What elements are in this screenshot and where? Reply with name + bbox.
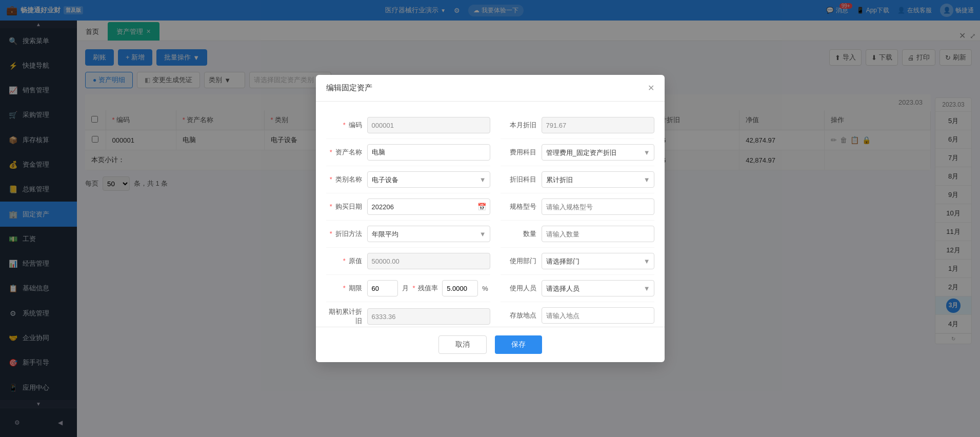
form-row-storage: 存放地点 (501, 302, 654, 327)
form-row-model: 规格型号 (501, 193, 654, 221)
form-left-col: * 编码 * 资产名称 (326, 112, 490, 327)
depr-method-select[interactable]: 年限平均 (367, 226, 490, 242)
code-label: * 编码 (326, 121, 367, 130)
dept-label: 使用部门 (501, 256, 542, 266)
original-value-input[interactable] (367, 253, 490, 269)
person-label: 使用人员 (501, 284, 542, 293)
residual-rate-label: * 残值率 (413, 284, 438, 293)
form-row-expense-subject: 费用科目 管理费用_固定资产折旧 ▼ (501, 139, 654, 166)
expense-subject-label: 费用科目 (501, 148, 542, 157)
quantity-label: 数量 (501, 229, 542, 239)
depr-subject-wrapper: 累计折旧 ▼ (542, 171, 654, 188)
category-label-form: * 类别名称 (326, 175, 367, 184)
buy-date-input[interactable] (367, 198, 490, 215)
form-row-quantity: 数量 (501, 221, 654, 248)
depr-method-select-wrapper: 年限平均 ▼ (367, 226, 490, 242)
form-row-period: * 期限 月 * 残值率 % (326, 275, 490, 302)
form-row-category: * 类别名称 电子设备 ▼ (326, 166, 490, 193)
modal-header: 编辑固定资产 ✕ (316, 75, 665, 102)
depr-subject-select[interactable]: 累计折旧 (542, 171, 654, 188)
form-row-person: 使用人员 请选择人员 ▼ (501, 275, 654, 302)
model-input[interactable] (542, 198, 654, 215)
asset-name-label: * 资产名称 (326, 148, 367, 157)
modal-title: 编辑固定资产 (326, 83, 648, 93)
cancel-btn[interactable]: 取消 (438, 335, 487, 354)
residual-unit-label: % (482, 285, 488, 292)
form-row-original-value: * 原值 (326, 248, 490, 275)
modal-footer: 取消 保存 (316, 327, 665, 362)
depr-subject-label: 折旧科目 (501, 175, 542, 184)
category-select-wrapper: 电子设备 ▼ (367, 171, 490, 188)
edit-modal: 编辑固定资产 ✕ * 编码 (316, 75, 665, 362)
monthly-depr-label: 本月折旧 (501, 121, 542, 130)
modal-body: * 编码 * 资产名称 (316, 102, 665, 327)
form-row-initial-depr: 期初累计折旧 (326, 302, 490, 327)
period-label: * 期限 (326, 284, 367, 293)
residual-rate-input[interactable] (442, 280, 478, 296)
initial-depr-input[interactable] (367, 308, 490, 325)
modal-close-btn[interactable]: ✕ (648, 83, 654, 93)
model-label: 规格型号 (501, 202, 542, 211)
expense-subject-wrapper: 管理费用_固定资产折旧 ▼ (542, 144, 654, 161)
period-unit-label: 月 (402, 284, 409, 293)
quantity-input[interactable] (542, 226, 654, 242)
expense-subject-select[interactable]: 管理费用_固定资产折旧 (542, 144, 654, 161)
person-select-wrapper: 请选择人员 ▼ (542, 280, 654, 296)
period-group: 月 * 残值率 % (367, 280, 490, 296)
dept-select-wrapper: 请选择部门 ▼ (542, 253, 654, 269)
depr-method-label: * 折旧方法 (326, 229, 367, 239)
code-input[interactable] (367, 117, 490, 133)
asset-name-input[interactable] (367, 144, 490, 161)
form-row-buy-date: * 购买日期 📅 (326, 193, 490, 221)
original-value-label: * 原值 (326, 256, 367, 266)
form-row-dept: 使用部门 请选择部门 ▼ (501, 248, 654, 275)
category-select[interactable]: 电子设备 (367, 171, 490, 188)
form-row-depr-subject: 折旧科目 累计折旧 ▼ (501, 166, 654, 193)
form-row-asset-name: * 资产名称 (326, 139, 490, 166)
form-right-col: 本月折旧 费用科目 管理费用_固定资产折旧 ▼ (490, 112, 654, 327)
buy-date-label: * 购买日期 (326, 202, 367, 211)
monthly-depr-input (542, 117, 654, 133)
calendar-icon[interactable]: 📅 (477, 203, 486, 211)
person-select[interactable]: 请选择人员 (542, 280, 654, 296)
form-grid: * 编码 * 资产名称 (326, 112, 654, 327)
form-row-code: * 编码 (326, 112, 490, 139)
form-row-depr-method: * 折旧方法 年限平均 ▼ (326, 221, 490, 248)
buy-date-wrapper: 📅 (367, 198, 490, 215)
storage-label: 存放地点 (501, 311, 542, 320)
period-input[interactable] (367, 280, 398, 296)
modal-overlay[interactable]: 编辑固定资产 ✕ * 编码 (0, 0, 980, 437)
initial-depr-label: 期初累计折旧 (326, 307, 367, 326)
storage-input[interactable] (542, 307, 654, 324)
save-btn[interactable]: 保存 (495, 335, 542, 354)
form-row-monthly-depr: 本月折旧 (501, 112, 654, 139)
dept-select[interactable]: 请选择部门 (542, 253, 654, 269)
